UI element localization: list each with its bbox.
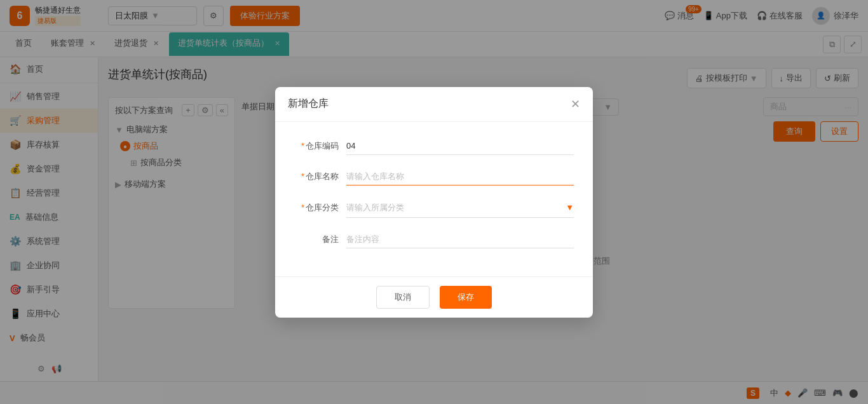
modal-close-button[interactable]: ✕ (571, 97, 580, 111)
category-label: *仓库分类 (294, 202, 339, 213)
note-input[interactable] (346, 231, 574, 248)
modal-footer: 取消 保存 (275, 276, 593, 318)
modal-header: 新增仓库 ✕ (275, 87, 593, 122)
form-row-code: *仓库编码 (294, 137, 574, 155)
form-row-name: *仓库名称 (294, 168, 574, 185)
modal-body: *仓库编码 *仓库名称 *仓库分类 请输入所属分类 ▼ (275, 122, 593, 276)
name-input[interactable] (346, 168, 574, 185)
note-label: 备注 (294, 234, 339, 245)
code-label: *仓库编码 (294, 140, 339, 152)
name-label: *仓库名称 (294, 171, 339, 182)
form-row-note: 备注 (294, 231, 574, 248)
code-input[interactable] (346, 137, 574, 155)
modal-title: 新增仓库 (288, 97, 329, 111)
save-button[interactable]: 保存 (440, 286, 492, 309)
cancel-button[interactable]: 取消 (376, 286, 430, 309)
category-select[interactable]: 请输入所属分类 ▼ (346, 198, 574, 218)
category-select-arrow: ▼ (566, 203, 574, 212)
form-row-category: *仓库分类 请输入所属分类 ▼ (294, 198, 574, 218)
modal-overlay[interactable]: 新增仓库 ✕ *仓库编码 *仓库名称 *仓库分类 (0, 0, 868, 404)
new-warehouse-modal: 新增仓库 ✕ *仓库编码 *仓库名称 *仓库分类 (275, 87, 593, 318)
